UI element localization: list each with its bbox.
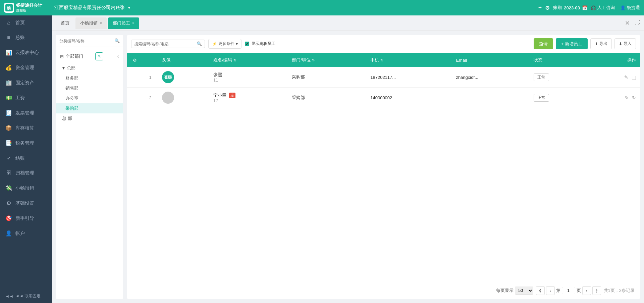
home-icon: ⌂ <box>5 20 12 26</box>
sidebar-item-settings[interactable]: ⚙ 基础设置 <box>0 196 52 211</box>
prev-page-btn[interactable]: ‹ <box>546 286 555 295</box>
topbar-right: 🎧 人工咨询 👤 畅捷通 <box>591 5 640 11</box>
sidebar-item-funds[interactable]: 💰 资金管理 <box>0 60 52 75</box>
col-phone-label: 手机 <box>370 57 379 63</box>
sidebar-item-tax[interactable]: 📑 税务管理 <box>0 136 52 151</box>
dept-finance[interactable]: 财务部 <box>56 73 123 83</box>
next-page-btn[interactable]: › <box>582 286 591 295</box>
show-resigned-toggle[interactable]: 显示离职员工 <box>245 41 275 47</box>
tab-bar: 首页 小畅报销 × 部门员工 × ✕ ⛶ <box>52 15 644 31</box>
emp2-delete-icon[interactable]: ↻ <box>632 95 636 100</box>
avatar-zhang: 张熙 <box>162 71 174 83</box>
company-selector[interactable]: 江西服宝精品有限责任公司内账张 ▼ <box>54 5 535 11</box>
tab-dept-emp-close[interactable]: × <box>132 21 135 26</box>
sidebar-label-assets: 固定资产 <box>15 80 34 86</box>
pin-sidebar-btn[interactable]: ◄◄ ◄◄ 取消固定 <box>0 289 52 303</box>
add-emp-btn[interactable]: + 新增员工 <box>556 38 588 49</box>
salary-icon: 💵 <box>5 95 12 101</box>
emp-panel: 🔍 ⚡ 更多条件 ▾ 显示离职员工 邀请 + 新增员工 <box>127 35 640 299</box>
service-btn[interactable]: 🎧 人工咨询 <box>591 5 615 11</box>
tab-expense-close[interactable]: × <box>100 21 102 26</box>
emp1-code: 11 <box>213 78 284 83</box>
archive-icon: 🗄 <box>5 170 12 176</box>
filter-btn[interactable]: ⚡ 更多条件 ▾ <box>208 39 241 49</box>
sidebar-item-guide[interactable]: 🎯 新手引导 <box>0 211 52 226</box>
row2-status: 正常 <box>530 88 590 108</box>
last-page-btn[interactable]: ⟫ <box>592 286 601 295</box>
dept-purchase[interactable]: 采购部 <box>56 103 123 113</box>
dept-edit-btn[interactable]: ✎ <box>95 52 103 60</box>
close-window-icon[interactable]: ✕ <box>625 19 630 27</box>
sidebar-item-assets[interactable]: 🏢 固定资产 <box>0 75 52 90</box>
col-dept-sort-icon[interactable]: ⇅ <box>312 58 315 62</box>
svg-text:畅: 畅 <box>7 6 11 10</box>
col-phone-sort-icon[interactable]: ⇅ <box>380 58 383 62</box>
tab-expense-label: 小畅报销 <box>80 20 98 26</box>
row1-settings <box>127 67 143 88</box>
dept-hq2[interactable]: 总 部 <box>56 113 123 123</box>
dept-collapse-btn[interactable]: 《 <box>115 54 119 59</box>
dept-office[interactable]: 办公室 <box>56 93 123 103</box>
sidebar-item-expense[interactable]: 💸 小畅报销 <box>0 181 52 196</box>
sidebar-item-account[interactable]: 👤 帐户 <box>0 226 52 241</box>
col-header-name[interactable]: 姓名/编码 ⇅ <box>209 53 288 67</box>
row1-email: zhangxidf... <box>452 67 529 88</box>
period-selector[interactable]: 账期 2023-03 📅 <box>553 5 587 11</box>
page-input[interactable] <box>562 287 575 294</box>
col-header-settings[interactable]: ⚙ <box>127 53 143 67</box>
row1-avatar: 张熙 <box>158 67 209 88</box>
col-header-dept[interactable]: 部门/职位 ⇅ <box>288 53 366 67</box>
calendar-icon[interactable]: 📅 <box>582 5 587 10</box>
topbar: 畅 畅捷通好会计 旗舰版 江西服宝精品有限责任公司内账张 ▼ + ⚙ 账期 20… <box>0 0 644 15</box>
tab-home[interactable]: 首页 <box>56 17 74 29</box>
tab-dept-emp[interactable]: 部门员工 × <box>108 17 139 29</box>
dept-sales[interactable]: 销售部 <box>56 83 123 93</box>
per-page-selector[interactable]: 每页显示 50 20 100 <box>496 287 533 295</box>
dept-hq[interactable]: ▼ 总部 <box>56 63 123 73</box>
col-name-sort-icon[interactable]: ⇅ <box>233 58 236 62</box>
service-label: 人工咨询 <box>597 5 615 11</box>
add-company-icon[interactable]: + <box>538 4 542 11</box>
sidebar-item-ledger[interactable]: ≡ 总账 <box>0 30 52 45</box>
emp-search-input[interactable] <box>134 42 195 46</box>
emp2-edit-icon[interactable]: ✎ <box>625 95 629 100</box>
import-icon: ⬇ <box>619 42 622 46</box>
user-menu[interactable]: 👤 畅捷通 <box>620 5 640 11</box>
sidebar-label-home: 首页 <box>15 20 25 26</box>
col-settings-icon[interactable]: ⚙ <box>133 58 137 63</box>
import-btn[interactable]: ⬇ 导入 <box>614 38 636 49</box>
emp1-name: 张熙 <box>213 72 284 78</box>
row1-phone: 187202117... <box>366 67 452 88</box>
sidebar-item-invoice[interactable]: 🧾 发票管理 <box>0 105 52 120</box>
col-header-phone[interactable]: 手机 ⇅ <box>366 53 452 67</box>
settings-icon[interactable]: ⚙ <box>545 5 550 11</box>
first-page-btn[interactable]: ⟪ <box>536 286 545 295</box>
sidebar-item-checkout[interactable]: ✓ 结账 <box>0 151 52 166</box>
company-dropdown-icon[interactable]: ▼ <box>127 6 131 10</box>
emp2-name: 宁小亖 <box>213 92 226 98</box>
row2-actions: ✎ ↻ <box>589 88 640 108</box>
per-page-select[interactable]: 50 20 100 <box>515 287 533 295</box>
emp1-logout-icon[interactable]: ⬚ <box>632 74 636 80</box>
emp1-edit-icon[interactable]: ✎ <box>624 74 628 80</box>
pagination: 每页显示 50 20 100 ⟪ ‹ 第 页 › <box>127 282 640 299</box>
invite-btn[interactable]: 邀请 <box>534 38 553 49</box>
sidebar-item-reports[interactable]: 📊 云报表中心 <box>0 45 52 60</box>
tab-expense[interactable]: 小畅报销 × <box>75 17 107 29</box>
inventory-icon: 📦 <box>5 125 12 131</box>
sidebar-item-archive[interactable]: 🗄 归档管理 <box>0 166 52 181</box>
sidebar-item-home[interactable]: ⌂ 首页 <box>0 15 52 30</box>
dept-search-icon[interactable]: 🔍 <box>114 38 120 43</box>
row2-num: 2 <box>143 88 158 108</box>
assets-icon: 🏢 <box>5 80 12 86</box>
sidebar-item-inventory[interactable]: 📦 库存核算 <box>0 120 52 136</box>
dept-all-item[interactable]: ⊞ 全部部门 ✎ 《 <box>56 50 123 63</box>
sidebar-item-salary[interactable]: 💵 工资 <box>0 90 52 105</box>
logo-icon: 畅 <box>4 3 14 13</box>
emp-search-icon[interactable]: 🔍 <box>197 41 202 46</box>
dept-search-input[interactable] <box>59 39 112 43</box>
maximize-icon[interactable]: ⛶ <box>635 19 640 27</box>
dept-all-label: 全部部门 <box>66 53 83 59</box>
export-btn[interactable]: ⬆ 导出 <box>590 38 612 49</box>
show-resigned-checkbox[interactable] <box>245 42 249 46</box>
